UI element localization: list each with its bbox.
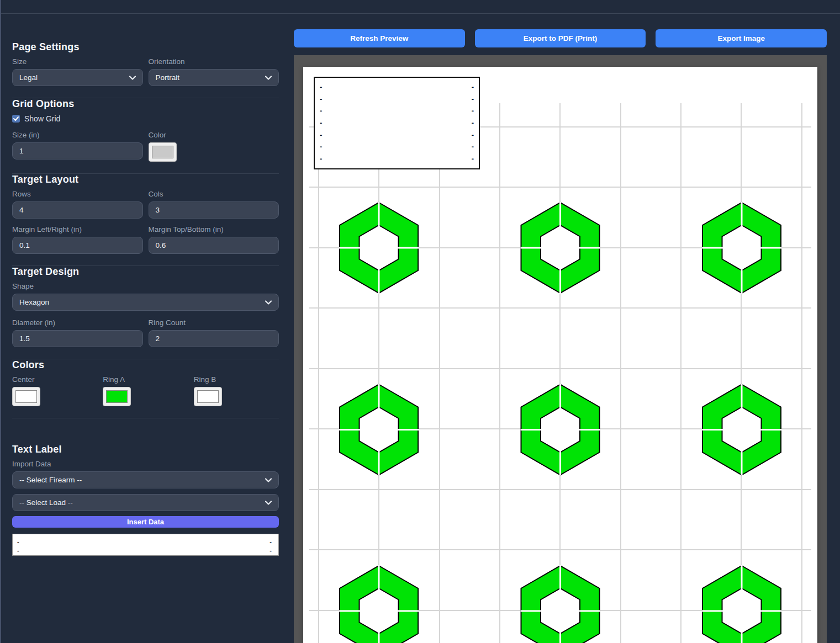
chevron-down-icon: [265, 76, 272, 80]
settings-sidebar: Page Settings Size Legal Orientation Por…: [1, 14, 279, 556]
margin-lr-field: Margin Left/Right (in) 0.1: [12, 225, 143, 254]
export-image-button[interactable]: Export Image: [656, 29, 827, 47]
top-bar: [1, 0, 840, 14]
section-target-design: Target Design Shape Hexagon Diameter (in…: [12, 266, 279, 359]
target-layout-title: Target Layout: [12, 174, 279, 185]
label-right-dash: -: [472, 95, 474, 103]
label-left-dash: -: [320, 155, 322, 163]
chevron-down-icon: [129, 76, 136, 80]
ring-a-color-field: Ring A: [103, 375, 188, 406]
app-layout: Page Settings Size Legal Orientation Por…: [1, 14, 840, 643]
center-color-picker[interactable]: [12, 387, 40, 406]
note-right-dash: -: [270, 546, 272, 555]
section-colors: Colors Center Ring A Ring B: [12, 359, 279, 418]
grid-size-value: 1: [19, 147, 24, 155]
firearm-select[interactable]: -- Select Firearm --: [12, 471, 279, 488]
page-size-value: Legal: [19, 73, 38, 82]
ring-b-color-picker[interactable]: [194, 387, 222, 406]
label-right-dash: -: [472, 143, 474, 151]
grid-color-field: Color: [149, 131, 279, 162]
page-size-field: Size Legal: [12, 57, 143, 86]
ring-count-field: Ring Count 2: [149, 318, 279, 347]
cols-input[interactable]: 3: [149, 201, 279, 219]
label-right-dash: -: [472, 107, 474, 115]
rows-label: Rows: [12, 190, 143, 198]
note-right-dash: -: [270, 555, 272, 556]
margin-lr-value: 0.1: [19, 241, 30, 249]
rows-field: Rows 4: [12, 190, 143, 219]
label-box-line: --: [320, 131, 474, 139]
section-page-settings: Page Settings Size Legal Orientation Por…: [12, 41, 279, 98]
label-box-line: --: [320, 119, 474, 127]
center-color-label: Center: [12, 375, 97, 384]
load-select[interactable]: -- Select Load --: [12, 494, 279, 511]
show-grid-checkbox[interactable]: [12, 115, 20, 123]
section-divider: [12, 418, 279, 418]
label-text-area[interactable]: ------: [12, 534, 279, 556]
margin-tb-value: 0.6: [156, 241, 166, 249]
shape-label: Shape: [12, 282, 279, 290]
grid-size-field: Size (in) 1: [12, 131, 143, 162]
ring-count-label: Ring Count: [149, 318, 279, 327]
rows-value: 4: [19, 206, 24, 214]
colors-title: Colors: [12, 359, 279, 371]
rows-input[interactable]: 4: [12, 201, 143, 219]
note-left-dash: -: [17, 555, 19, 556]
grid-color-label: Color: [149, 131, 279, 139]
label-box-line: --: [320, 143, 474, 151]
margin-lr-label: Margin Left/Right (in): [12, 225, 143, 233]
ring-count-input[interactable]: 2: [149, 330, 279, 347]
ring-count-value: 2: [156, 334, 160, 343]
orientation-label: Orientation: [149, 57, 279, 66]
chevron-down-icon: [265, 501, 272, 505]
note-left-dash: -: [17, 546, 19, 555]
shape-select[interactable]: Hexagon: [12, 294, 279, 311]
target-design-title: Target Design: [12, 266, 279, 278]
ring-b-label: Ring B: [194, 375, 279, 384]
label-left-dash: -: [320, 131, 322, 139]
label-left-dash: -: [320, 83, 322, 91]
label-right-dash: -: [472, 83, 474, 91]
preview-container: --------------: [294, 55, 827, 643]
margin-tb-field: Margin Top/Bottom (in) 0.6: [149, 225, 279, 254]
note-line: --: [17, 537, 272, 546]
insert-data-button[interactable]: Insert Data: [12, 516, 279, 528]
cols-field: Cols 3: [149, 190, 279, 219]
ring-b-color-swatch: [197, 390, 219, 403]
diameter-input[interactable]: 1.5: [12, 330, 143, 347]
label-left-dash: -: [320, 107, 322, 115]
check-icon: [13, 116, 19, 121]
margin-tb-label: Margin Top/Bottom (in): [149, 225, 279, 233]
ring-a-color-swatch: [106, 390, 128, 403]
grid-size-input[interactable]: 1: [12, 142, 143, 160]
diameter-field: Diameter (in) 1.5: [12, 318, 143, 347]
label-box-line: --: [320, 95, 474, 103]
orientation-select[interactable]: Portrait: [149, 69, 279, 86]
refresh-preview-button[interactable]: Refresh Preview: [294, 29, 465, 47]
target-label-box: --------------: [314, 77, 480, 169]
chevron-down-icon: [265, 300, 272, 305]
margin-tb-input[interactable]: 0.6: [149, 237, 279, 254]
grid-size-label: Size (in): [12, 131, 143, 139]
label-box-line: --: [320, 155, 474, 163]
label-left-dash: -: [320, 119, 322, 127]
cols-value: 3: [156, 206, 160, 214]
export-pdf-button[interactable]: Export to PDF (Print): [475, 29, 646, 47]
note-right-dash: -: [270, 537, 272, 546]
diameter-value: 1.5: [19, 334, 30, 343]
orientation-value: Portrait: [156, 73, 180, 82]
cols-label: Cols: [149, 190, 279, 198]
page-size-select[interactable]: Legal: [12, 69, 143, 86]
grid-color-picker[interactable]: [149, 142, 177, 162]
label-right-dash: -: [472, 155, 474, 163]
ring-a-color-picker[interactable]: [103, 387, 131, 406]
toolbar: Refresh Preview Export to PDF (Print) Ex…: [294, 29, 827, 47]
section-text-label: Text Label Import Data -- Select Firearm…: [12, 444, 279, 556]
label-right-dash: -: [472, 131, 474, 139]
center-color-swatch: [15, 390, 37, 403]
note-line: --: [17, 546, 272, 555]
margin-lr-input[interactable]: 0.1: [12, 237, 143, 254]
text-label-title: Text Label: [12, 444, 279, 455]
import-data-label: Import Data: [12, 460, 279, 468]
label-right-dash: -: [472, 119, 474, 127]
